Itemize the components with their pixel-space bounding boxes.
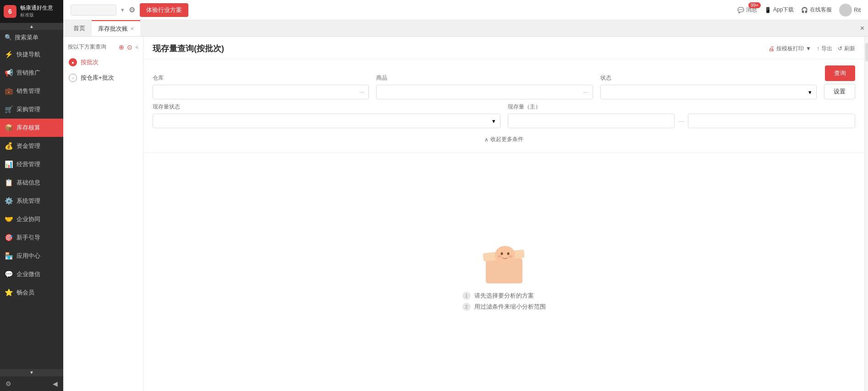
svg-point-5 [498, 255, 501, 258]
export-btn[interactable]: ↑ 导出 [817, 45, 832, 53]
svg-point-2 [495, 246, 515, 264]
print-btn[interactable]: 🖨 按模板打印 ▼ [768, 45, 811, 53]
export-icon: ↑ [817, 45, 819, 52]
tab-close-icon[interactable]: × [131, 26, 134, 32]
scheme-item-by-warehouse-batch[interactable]: ○ 按仓库+批次 [63, 70, 143, 86]
empty-illustration [477, 233, 532, 288]
tab-bar: 首页 库存批次账 × × [63, 20, 868, 37]
left-panel-collapse-icon[interactable]: « [135, 44, 138, 50]
sidebar-item-label: 企业协同 [16, 215, 40, 223]
message-icon: 💬 [737, 7, 744, 13]
warehouse-label: 仓库 [153, 74, 369, 82]
app-logo: 6 [4, 5, 16, 18]
sidebar-item-quick-nav[interactable]: ⚡ 快捷导航 [0, 45, 63, 64]
stock-status-select[interactable]: ▾ [153, 114, 500, 128]
right-content: 现存量查询(按批次) 🖨 按模板打印 ▼ ↑ 导出 ↺ 刷新 [143, 37, 864, 391]
tab-inventory-batch-label: 库存批次账 [98, 25, 128, 33]
sidebar-item-label: 资金管理 [16, 142, 40, 150]
quantity-filter-group: 现存量（主） — [508, 103, 856, 128]
scheme-outline-icon: ○ [69, 74, 77, 82]
sidebar-item-label: 畅会员 [16, 288, 34, 297]
quantity-max-input[interactable] [688, 114, 855, 128]
settings-btn[interactable]: 设置 [824, 84, 855, 99]
sidebar-item-appstore[interactable]: 🏪 应用中心 [0, 247, 63, 265]
sidebar-item-sales[interactable]: 💼 销售管理 [0, 82, 63, 100]
sidebar-scroll-up[interactable]: ▲ [0, 23, 63, 30]
sidebar-item-wechat[interactable]: 💬 企业微信 [0, 265, 63, 283]
refresh-icon: ↺ [838, 45, 842, 52]
operation-icon: 📊 [5, 160, 13, 168]
refresh-btn[interactable]: ↺ 刷新 [838, 45, 855, 53]
hint-text-1: 请先选择要分析的方案 [474, 292, 534, 300]
messages-btn[interactable]: 💬 消息 99+ [737, 6, 757, 14]
user-avatar-btn[interactable]: Rit [839, 4, 861, 16]
sidebar-item-basic[interactable]: 📋 基础信息 [0, 174, 63, 192]
search-label: 搜索菜单 [15, 33, 38, 42]
sidebar-item-label: 经营管理 [16, 160, 40, 168]
status-select[interactable]: ▾ [600, 85, 817, 99]
app-subtitle: 标准版 [20, 12, 53, 18]
topbar-search-input[interactable] [71, 5, 116, 16]
sidebar-item-marketing[interactable]: 📢 营销推广 [0, 64, 63, 82]
scheme-by-warehouse-batch-label: 按仓库+批次 [81, 74, 114, 82]
sidebar-footer: ⚙ ◀ [0, 376, 63, 391]
export-label: 导出 [821, 45, 832, 53]
quantity-range: — [508, 114, 856, 128]
tab-home-label: 首页 [73, 24, 85, 33]
hint-num-1: 1 [462, 292, 471, 300]
quantity-dash: — [678, 118, 684, 125]
sidebar-item-guide[interactable]: 🎯 新手引导 [0, 228, 63, 247]
scroll-handle [865, 43, 868, 61]
sidebar-item-finance[interactable]: 💰 资金管理 [0, 137, 63, 155]
scheme-item-by-batch[interactable]: ● 按批次 [63, 54, 143, 70]
quantity-min-input[interactable] [508, 114, 675, 128]
sidebar-item-label: 快捷导航 [16, 50, 40, 59]
tab-home[interactable]: 首页 [67, 20, 92, 36]
sidebar-item-operation[interactable]: 📊 经营管理 [0, 155, 63, 174]
print-expand-icon: ▼ [806, 45, 811, 52]
status-filter-group: 状态 ▾ [600, 74, 817, 99]
sidebar-item-enterprise[interactable]: 🤝 企业协同 [0, 210, 63, 228]
left-panel-header: 按以下方案查询 ⊕ ⊙ « [63, 41, 143, 54]
sales-icon: 💼 [5, 87, 13, 95]
collapse-btn[interactable]: ∧ 收起更多条件 [484, 133, 523, 146]
print-label: 按模板打印 [776, 45, 804, 53]
product-input[interactable]: ··· [376, 85, 593, 99]
page-header-actions: 🖨 按模板打印 ▼ ↑ 导出 ↺ 刷新 [768, 45, 855, 53]
online-service-label: 在线客服 [810, 6, 832, 14]
sidebar-item-inventory[interactable]: 📦 库存核算 [0, 119, 63, 137]
online-service-btn[interactable]: 🎧 在线客服 [801, 6, 832, 14]
left-panel-settings-icon[interactable]: ⊙ [127, 43, 132, 51]
sidebar-item-label: 营销推广 [16, 69, 40, 77]
left-panel-add-icon[interactable]: ⊕ [119, 43, 124, 51]
left-panel-actions: ⊕ ⊙ « [119, 43, 138, 51]
svg-point-6 [509, 255, 512, 258]
sidebar-item-label: 库存核算 [16, 124, 40, 132]
sidebar-search[interactable]: 🔍 搜索菜单 [0, 30, 63, 45]
sidebar-item-member[interactable]: ⭐ 畅会员 [0, 283, 63, 302]
collapse-row: ∧ 收起更多条件 [153, 133, 855, 146]
user-name: Rit [854, 7, 861, 13]
experience-btn[interactable]: 体验行业方案 [140, 3, 188, 17]
sidebar-item-purchase[interactable]: 🛒 采购管理 [0, 100, 63, 119]
sidebar-scroll-down[interactable]: ▼ [0, 369, 63, 376]
sidebar-collapse-icon[interactable]: ◀ [53, 380, 58, 387]
sidebar-settings-icon[interactable]: ⚙ [5, 380, 11, 387]
product-filter-group: 商品 ··· [376, 74, 593, 99]
tab-close-main-icon[interactable]: × [860, 24, 864, 33]
status-dropdown-icon: ▾ [808, 89, 812, 96]
sidebar-item-label: 系统管理 [16, 197, 40, 205]
topbar-gear-icon[interactable]: ⚙ [129, 5, 135, 14]
app-download-btn[interactable]: 📱 App下载 [764, 6, 794, 14]
tab-inventory-batch[interactable]: 库存批次账 × [92, 20, 140, 36]
left-panel: 按以下方案查询 ⊕ ⊙ « ● 按批次 ○ 按仓库+批次 [63, 37, 143, 391]
enterprise-icon: 🤝 [5, 215, 13, 223]
empty-hint-2: 2 用过滤条件来缩小分析范围 [462, 303, 546, 311]
sidebar-item-system[interactable]: ⚙️ 系统管理 [0, 192, 63, 210]
topbar-chevron-icon[interactable]: ▾ [121, 6, 124, 13]
query-btn[interactable]: 查询 [825, 65, 855, 81]
guide-icon: 🎯 [5, 234, 13, 242]
avatar [839, 4, 852, 16]
warehouse-input[interactable]: ··· [153, 85, 369, 99]
right-scrollbar[interactable] [864, 37, 868, 391]
